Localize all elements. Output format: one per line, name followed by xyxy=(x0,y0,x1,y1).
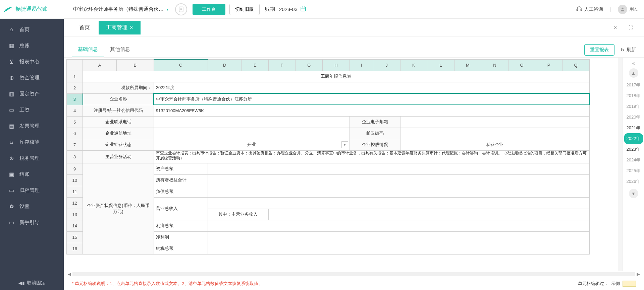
year-item[interactable]: 2024年 xyxy=(624,155,643,165)
cell[interactable]: 审查企业会计报表；出具审计报告；验证企业资本；出具验资报告；办理企业合并、分立、… xyxy=(154,150,589,163)
sidebar-item-4[interactable]: ▥固定资产 xyxy=(0,86,64,102)
cell-label[interactable]: 主营业务活动 xyxy=(83,150,154,163)
cell-group-label[interactable]: 企业资产状况信息(币种：人民币万元) xyxy=(83,163,154,254)
cell[interactable] xyxy=(208,243,589,254)
col-header[interactable]: B xyxy=(116,59,154,71)
col-header[interactable]: H xyxy=(323,59,350,71)
sidebar-item-10[interactable]: ▭归档管理 xyxy=(0,182,64,198)
col-header[interactable]: A xyxy=(83,59,117,71)
cell-dropdown[interactable]: 开业 xyxy=(154,139,350,150)
tab-business-admin[interactable]: 工商管理✕ xyxy=(99,21,141,34)
cell[interactable] xyxy=(400,116,589,128)
row-header[interactable]: 8 xyxy=(67,150,83,163)
sidebar-item-0[interactable]: ⌂首页 xyxy=(0,21,64,38)
col-header[interactable]: G xyxy=(296,59,323,71)
col-header[interactable]: I xyxy=(350,59,373,71)
cell-label[interactable]: 企业电子邮箱 xyxy=(350,116,400,128)
cell-label[interactable]: 负债总额 xyxy=(154,186,208,197)
cell[interactable] xyxy=(154,116,350,128)
year-item[interactable]: 2017年 xyxy=(624,80,643,90)
year-item[interactable]: 2023年 xyxy=(624,144,643,155)
cell[interactable]: 2022年度 xyxy=(154,82,589,93)
sidebar-item-11[interactable]: ✿设置 xyxy=(0,198,64,214)
support-link[interactable]: 人工咨询 xyxy=(576,6,603,13)
cell[interactable] xyxy=(400,128,589,139)
cell-label[interactable]: 企业经营状态 xyxy=(83,139,154,150)
col-header[interactable]: M xyxy=(454,59,481,71)
row-header[interactable]: 4 xyxy=(67,105,83,116)
subtab-other-info[interactable]: 其他信息 xyxy=(104,42,136,57)
row-header[interactable]: 2 xyxy=(67,82,83,93)
cell-label[interactable]: 利润总额 xyxy=(154,220,208,231)
row-header[interactable]: 13 xyxy=(67,209,83,220)
row-header[interactable]: 7 xyxy=(67,139,83,150)
col-header[interactable]: F xyxy=(269,59,296,71)
col-header[interactable]: K xyxy=(400,59,427,71)
cell-label[interactable]: 税款所属期间： xyxy=(83,82,154,93)
sheet-title[interactable]: 工商年报信息表 xyxy=(83,71,589,82)
sidebar-item-5[interactable]: ▭工资 xyxy=(0,102,64,118)
cell-label[interactable]: 邮政编码 xyxy=(350,128,400,139)
year-item[interactable]: 2025年 xyxy=(624,165,643,176)
sidebar-item-12[interactable]: ▭新手引导 xyxy=(0,214,64,230)
cell[interactable] xyxy=(269,209,590,220)
year-item[interactable]: 2020年 xyxy=(624,112,643,123)
spreadsheet[interactable]: A B C D E F G H I J K L M xyxy=(64,58,623,271)
year-item[interactable]: 2022年 xyxy=(624,133,643,144)
year-item[interactable]: 2019年 xyxy=(624,101,643,112)
cell-label[interactable]: 所有者权益合计 xyxy=(154,174,208,186)
cell-label[interactable]: 营业总收入 xyxy=(154,197,208,220)
cell[interactable]: 91320100MA208E5W6K xyxy=(154,105,589,116)
year-down-button[interactable]: ▼ xyxy=(629,189,638,198)
year-item[interactable]: 2018年 xyxy=(624,90,643,101)
cell[interactable] xyxy=(208,174,589,186)
close-all-tabs-button[interactable]: ✕ xyxy=(610,22,621,33)
unpin-button[interactable]: ◀▮ 取消固定 xyxy=(0,276,64,290)
horizontal-scrollbar[interactable]: ◀ ▶ xyxy=(64,271,644,277)
row-header[interactable]: 1 xyxy=(67,71,83,82)
sidebar-item-1[interactable]: ▦总账 xyxy=(0,38,64,54)
cell-label[interactable]: 企业名称 xyxy=(83,93,154,105)
row-header[interactable]: 16 xyxy=(67,243,83,254)
sidebar-item-9[interactable]: ▣结账 xyxy=(0,166,64,182)
old-version-button[interactable]: 切到旧版 xyxy=(229,4,260,15)
col-header[interactable]: Q xyxy=(562,59,589,71)
row-header[interactable]: 12 xyxy=(67,197,83,209)
cell-label[interactable]: 其中：主营业务收入 xyxy=(208,209,268,220)
cell[interactable] xyxy=(208,220,589,231)
worktable-button[interactable]: 工作台 xyxy=(193,4,225,15)
fullscreen-button[interactable]: ⛶ xyxy=(625,22,636,33)
cell-label[interactable]: 纳税总额 xyxy=(154,243,208,254)
col-header[interactable]: L xyxy=(427,59,454,71)
sidebar-item-8[interactable]: ⊛税务管理 xyxy=(0,150,64,166)
cell[interactable] xyxy=(208,186,589,197)
cell[interactable] xyxy=(208,231,589,243)
row-header[interactable]: 9 xyxy=(67,163,83,174)
col-header[interactable]: O xyxy=(508,59,535,71)
col-header[interactable]: N xyxy=(481,59,508,71)
year-item[interactable]: 2026年 xyxy=(624,176,643,187)
assistant-icon[interactable] xyxy=(175,3,187,15)
cell-selected[interactable]: 中审众环会计师事务所（特殊普通合伙）江苏分所 xyxy=(154,93,589,105)
row-header[interactable]: 6 xyxy=(67,128,83,139)
row-header[interactable]: 10 xyxy=(67,174,83,186)
scroll-left-icon[interactable]: ◀ xyxy=(66,272,72,277)
row-header[interactable]: 14 xyxy=(67,220,83,231)
user-menu[interactable]: 用友 xyxy=(618,5,639,14)
col-header[interactable]: E xyxy=(241,59,269,71)
select-all-cell[interactable] xyxy=(67,59,83,71)
year-up-button[interactable]: ▲ xyxy=(629,68,638,78)
cell[interactable] xyxy=(154,128,350,139)
company-selector[interactable]: 中审众环会计师事务所（特殊普通合伙… ▾ xyxy=(73,6,168,12)
col-header[interactable]: P xyxy=(535,59,562,71)
sidebar-item-7[interactable]: ⌂库存核算 xyxy=(0,134,64,150)
cell-label[interactable]: 资产总额 xyxy=(154,163,208,174)
reset-report-button[interactable]: 重置报表 xyxy=(584,44,614,56)
scroll-right-icon[interactable]: ▶ xyxy=(635,272,641,277)
year-collapse-icon[interactable]: « xyxy=(632,60,635,66)
cell[interactable] xyxy=(208,197,589,209)
row-header[interactable]: 15 xyxy=(67,231,83,243)
vertical-scrollbar[interactable] xyxy=(618,58,623,271)
cell-label[interactable]: 企业通信地址 xyxy=(83,128,154,139)
cell-label[interactable]: 企业控股情况 xyxy=(350,139,400,150)
